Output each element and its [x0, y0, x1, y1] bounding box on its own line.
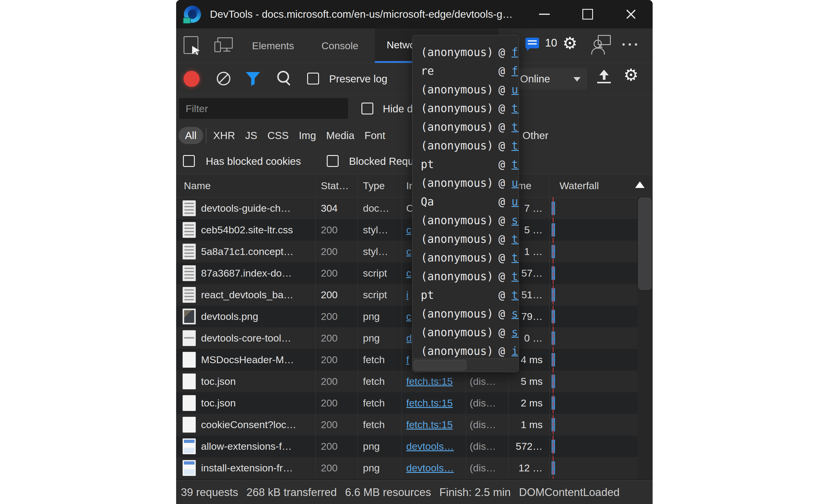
- has-blocked-cookies-checkbox[interactable]: [183, 155, 195, 167]
- request-status: 200: [321, 414, 356, 435]
- table-row[interactable]: install-extension-fr… 200 png devtools… …: [176, 457, 653, 479]
- stack-frame-at: @: [498, 83, 511, 96]
- request-initiator[interactable]: devtools…: [406, 457, 465, 479]
- filter-funnel-icon[interactable]: [246, 72, 260, 86]
- stack-frame-source-link[interactable]: s:: [511, 307, 519, 320]
- request-initiator[interactable]: fetch.ts:15: [406, 392, 465, 414]
- status-bar-item: 6.6 MB resources: [345, 486, 431, 499]
- resource-type-chip[interactable]: CSS: [268, 129, 289, 141]
- request-name[interactable]: 5a8a71c1.concept…: [201, 241, 314, 263]
- stack-frame-source-link[interactable]: t:: [511, 251, 519, 264]
- stack-frame-function: (anonymous): [421, 251, 498, 264]
- request-name[interactable]: devtools-guide-ch…: [201, 197, 314, 219]
- stack-frame-source-link[interactable]: t:: [511, 139, 519, 152]
- request-name[interactable]: devtools.png: [201, 306, 314, 327]
- stack-frame-source-link[interactable]: t:: [511, 233, 519, 245]
- request-status: 304: [321, 197, 356, 219]
- preserve-log-checkbox[interactable]: [307, 73, 319, 85]
- request-name[interactable]: install-extension-fr…: [201, 457, 314, 479]
- request-name[interactable]: cookieConsent?loc…: [201, 414, 314, 435]
- request-initiator[interactable]: fetch.ts:15: [406, 414, 465, 435]
- stack-frame-source-link[interactable]: t:: [511, 289, 519, 302]
- inspect-element-icon[interactable]: [184, 36, 198, 54]
- resource-type-chip[interactable]: All: [179, 127, 203, 144]
- request-status: 200: [321, 263, 356, 284]
- tool-tab[interactable]: Console: [321, 28, 358, 63]
- vertical-scrollbar-thumb[interactable]: [638, 198, 651, 290]
- column-header-status[interactable]: Stat…: [321, 174, 349, 197]
- resource-type-chip[interactable]: XHR: [213, 129, 235, 141]
- table-row[interactable]: allow-extensions-f… 200 png devtools… (d…: [176, 435, 653, 457]
- column-header-name[interactable]: Name: [184, 174, 211, 197]
- tool-tab[interactable]: Elements: [252, 28, 294, 63]
- request-name[interactable]: MSDocsHeader-M…: [201, 349, 314, 371]
- stack-frame-at: @: [498, 326, 511, 339]
- close-button[interactable]: [609, 0, 653, 28]
- stack-frame-source-link[interactable]: t:: [511, 158, 519, 171]
- stack-frame-source-link[interactable]: t:: [511, 270, 519, 283]
- popup-scrollbar-thumb[interactable]: [414, 360, 467, 370]
- request-name[interactable]: devtools-core-tool…: [201, 327, 314, 349]
- settings-gear-icon[interactable]: ⚙: [562, 35, 577, 52]
- record-button[interactable]: [184, 71, 200, 87]
- stack-frame-source-link[interactable]: f: [511, 46, 519, 59]
- stack-frame-source-link[interactable]: t:: [511, 121, 519, 133]
- stack-frame-source-link[interactable]: ul: [511, 83, 519, 96]
- request-name[interactable]: toc.json: [201, 371, 314, 392]
- filter-input[interactable]: [179, 98, 348, 119]
- request-name[interactable]: 87a3687.index-do…: [201, 263, 314, 284]
- stack-frame-function: (anonymous): [421, 139, 498, 152]
- stack-frame: pt @ t:: [412, 155, 519, 174]
- request-initiator[interactable]: devtools…: [406, 435, 465, 457]
- stack-frame-at: @: [498, 158, 511, 171]
- popup-horizontal-scrollbar[interactable]: [412, 359, 519, 372]
- resource-type-chip[interactable]: Font: [365, 129, 385, 141]
- table-row[interactable]: toc.json 200 fetch fetch.ts:15 (dis… 2 m…: [176, 392, 653, 414]
- resource-type-chip[interactable]: Other: [522, 129, 548, 141]
- device-toolbar-icon[interactable]: [214, 37, 233, 52]
- status-bar-item: 39 requests: [181, 486, 238, 499]
- more-options-icon[interactable]: [622, 43, 637, 46]
- request-initiator[interactable]: fetch.ts:15: [406, 371, 465, 392]
- request-type: script: [363, 284, 400, 306]
- stack-frame-source-link[interactable]: s:: [511, 326, 519, 339]
- request-status: 200: [321, 371, 356, 392]
- column-header-waterfall[interactable]: Waterfall: [559, 174, 599, 197]
- import-har-icon[interactable]: [597, 70, 611, 83]
- stack-frame-source-link[interactable]: t:: [511, 102, 519, 115]
- request-name[interactable]: react_devtools_ba…: [201, 284, 314, 306]
- clear-icon[interactable]: [217, 72, 230, 85]
- blocked-requests-checkbox[interactable]: [327, 155, 339, 167]
- feedback-icon[interactable]: [591, 35, 611, 55]
- resource-type-chip[interactable]: JS: [245, 129, 258, 141]
- request-size: (dis…: [470, 414, 506, 435]
- table-row[interactable]: toc.json 200 fetch fetch.ts:15 (dis… 5 m…: [176, 371, 653, 392]
- request-type: fetch: [363, 349, 400, 371]
- stack-frame-function: (anonymous): [421, 345, 498, 358]
- issues-button[interactable]: 10: [525, 37, 557, 49]
- stack-frame-source-link[interactable]: i: [511, 345, 519, 358]
- stack-frame-function: (anonymous): [421, 326, 498, 339]
- table-row[interactable]: cookieConsent?loc… 200 fetch fetch.ts:15…: [176, 414, 653, 435]
- request-name[interactable]: allow-extensions-f…: [201, 435, 314, 457]
- stack-frame-at: @: [498, 65, 511, 77]
- resource-type-chip[interactable]: Img: [299, 129, 316, 141]
- request-name[interactable]: toc.json: [201, 392, 314, 414]
- stack-frame-source-link[interactable]: s:: [511, 214, 519, 227]
- search-icon[interactable]: [277, 71, 293, 86]
- throttling-dropdown[interactable]: Online: [511, 68, 587, 90]
- hide-data-urls-checkbox[interactable]: [362, 103, 373, 114]
- stack-frame-source-link[interactable]: f: [511, 65, 519, 77]
- status-bar-item: 268 kB transferred: [246, 486, 336, 499]
- stack-frame-source-link[interactable]: ul: [511, 177, 519, 189]
- request-type: styl…: [363, 219, 400, 241]
- request-name[interactable]: ceb54b02.site-ltr.css: [201, 219, 314, 241]
- stack-frame-source-link[interactable]: ul: [511, 195, 519, 208]
- vertical-scrollbar[interactable]: [637, 197, 653, 479]
- stack-frame: pt @ t:: [412, 286, 519, 304]
- maximize-button[interactable]: [566, 0, 609, 28]
- minimize-button[interactable]: [523, 0, 566, 28]
- network-settings-gear-icon[interactable]: ⚙: [624, 67, 638, 83]
- resource-type-chip[interactable]: Media: [326, 129, 354, 141]
- column-header-type[interactable]: Type: [363, 174, 385, 197]
